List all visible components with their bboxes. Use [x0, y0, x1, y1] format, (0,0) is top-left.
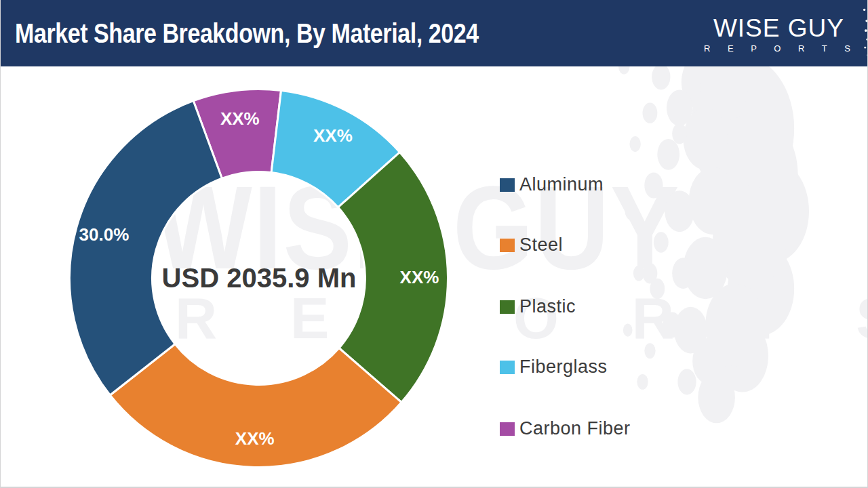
face-dot [689, 167, 737, 235]
face-dot [633, 266, 644, 281]
legend-item-steel: Steel [500, 235, 563, 256]
face-dot [735, 159, 809, 263]
legend-item-carbon-fiber: Carbon Fiber [500, 418, 631, 439]
legend-label: Plastic [519, 296, 576, 317]
donut-segment-aluminum [69, 101, 222, 395]
legend-item-fiberglass: Fiberglass [500, 357, 608, 378]
brand-name: WISE GUY [713, 15, 844, 42]
legend-label: Steel [519, 235, 563, 256]
face-dot [692, 338, 726, 385]
face-dot [672, 258, 694, 289]
face-dot [705, 283, 764, 366]
face-dot [864, 47, 866, 49]
face-dot [637, 374, 648, 390]
face-dot [717, 320, 768, 392]
face-dot [690, 56, 794, 201]
header-bar: Market Share Breakdown, By Material, 202… [0, 0, 868, 66]
legend-label: Fiberglass [519, 357, 608, 378]
face-dot [698, 371, 735, 423]
legend-swatch [500, 361, 515, 374]
segment-label-fiberglass: XX% [313, 125, 353, 146]
face-dot [654, 232, 669, 253]
segment-label-plastic: XX% [400, 267, 439, 287]
legend-swatch [500, 239, 515, 252]
legend-swatch [500, 300, 515, 314]
page: WISE GUY R E P O R T S Market Share Brea… [0, 0, 868, 488]
brand-wordmark: WISE GUY R E P O R T S [700, 15, 858, 54]
face-dot [684, 108, 728, 170]
face-dot [652, 64, 670, 89]
brand-face-icon [861, 6, 868, 62]
face-dot [663, 312, 682, 338]
page-title: Market Share Breakdown, By Material, 202… [15, 18, 479, 49]
legend-swatch [500, 178, 515, 192]
face-dot [674, 307, 707, 354]
face-dot [665, 190, 694, 232]
face-dot [650, 279, 665, 300]
face-dot [713, 186, 787, 289]
face-dot [677, 369, 696, 394]
legend-item-plastic: Plastic [500, 296, 576, 317]
face-dot [672, 123, 687, 144]
segment-label-steel: XX% [235, 428, 275, 449]
legend-label: Carbon Fiber [519, 418, 631, 439]
face-dot [709, 113, 798, 237]
face-dot [629, 136, 640, 152]
segment-label-aluminum: 30.0% [79, 224, 130, 245]
watermark-face-icon [606, 41, 809, 428]
face-dot [657, 139, 679, 170]
face-dot [865, 20, 867, 22]
face-dot [623, 324, 633, 337]
face-dot [644, 172, 663, 198]
legend-swatch [500, 422, 515, 436]
face-dot [863, 9, 865, 11]
face-dot [644, 343, 655, 359]
face-dot [667, 89, 692, 125]
face-dot [643, 263, 658, 284]
face-dot [643, 103, 658, 124]
face-dot [865, 29, 867, 32]
legend-item-aluminum: Aluminum [500, 174, 604, 195]
segment-label-carbon-fiber: XX% [220, 108, 260, 129]
center-value: USD 2035.9 Mn [123, 263, 395, 293]
face-dot [625, 202, 638, 220]
face-dot [728, 242, 794, 335]
face-dot [684, 237, 728, 300]
brand-subtitle: R E P O R T S [700, 43, 858, 54]
legend-label: Aluminum [519, 174, 604, 195]
brand-logo: WISE GUY R E P O R T S [700, 4, 861, 64]
